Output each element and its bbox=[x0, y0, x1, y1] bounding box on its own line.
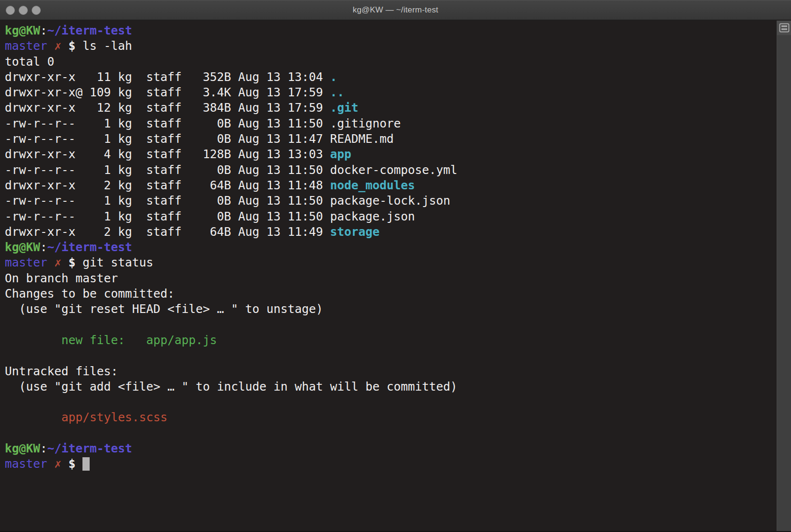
text-segment: master bbox=[5, 39, 47, 53]
terminal-line: drwxr-xr-x 11 kg staff 352B Aug 13 13:04… bbox=[5, 69, 777, 85]
terminal-line: total 0 bbox=[5, 54, 777, 69]
terminal-line: -rw-r--r-- 1 kg staff 0B Aug 13 11:50 pa… bbox=[5, 193, 777, 208]
terminal-line: Untracked files: bbox=[5, 364, 777, 379]
split-pane-icon bbox=[779, 23, 790, 33]
text-segment: master bbox=[5, 255, 47, 269]
terminal-line: -rw-r--r-- 1 kg staff 0B Aug 13 11:50 pa… bbox=[5, 209, 777, 224]
text-segment: app/styles.scss bbox=[5, 410, 167, 424]
terminal-line: -rw-r--r-- 1 kg staff 0B Aug 13 11:50 .g… bbox=[5, 116, 777, 131]
text-segment: $ bbox=[69, 255, 76, 269]
text-segment: $ bbox=[69, 39, 76, 53]
text-segment: .git bbox=[330, 101, 359, 115]
terminal-line: -rw-r--r-- 1 kg staff 0B Aug 13 11:50 do… bbox=[5, 162, 777, 178]
text-segment bbox=[47, 457, 55, 471]
text-segment: -rw-r--r-- 1 kg staff 0B Aug 13 11:50 .g… bbox=[5, 116, 401, 130]
terminal-line: kg@KW:~/iterm-test bbox=[5, 441, 777, 456]
text-segment bbox=[61, 457, 69, 471]
text-segment: drwxr-xr-x 11 kg staff 352B Aug 13 13:04 bbox=[5, 70, 330, 84]
text-segment: Changes to be committed: bbox=[5, 287, 174, 301]
text-segment: Untracked files: bbox=[5, 364, 118, 378]
window-title: kg@KW — ~/iterm-test bbox=[353, 5, 439, 15]
text-segment bbox=[47, 255, 55, 269]
terminal-line: (use "git add <file> … " to include in w… bbox=[5, 379, 777, 394]
terminal-line bbox=[5, 426, 777, 441]
text-segment: node_modules bbox=[330, 178, 415, 192]
terminal-line bbox=[5, 394, 777, 410]
text-segment: ✗ bbox=[54, 255, 61, 269]
terminal-line: -rw-r--r-- 1 kg staff 0B Aug 13 11:47 RE… bbox=[5, 131, 777, 147]
terminal-line bbox=[5, 317, 777, 333]
terminal-line: master ✗ $ bbox=[5, 456, 777, 472]
text-segment: drwxr-xr-x@ 109 kg staff 3.4K Aug 13 17:… bbox=[5, 85, 330, 99]
terminal-window: kg@KW — ~/iterm-test kg@KW:~/iterm-testm… bbox=[0, 0, 791, 532]
text-segment bbox=[61, 39, 69, 53]
text-segment: drwxr-xr-x 2 kg staff 64B Aug 13 11:49 bbox=[5, 225, 330, 239]
terminal-screen[interactable]: kg@KW:~/iterm-testmaster ✗ $ ls -lahtota… bbox=[0, 21, 777, 531]
text-segment: drwxr-xr-x 12 kg staff 384B Aug 13 17:59 bbox=[5, 101, 330, 115]
terminal-line: kg@KW:~/iterm-test bbox=[5, 23, 777, 38]
text-segment: -rw-r--r-- 1 kg staff 0B Aug 13 11:50 pa… bbox=[5, 194, 450, 208]
text-segment: git status bbox=[76, 255, 153, 269]
text-segment: -rw-r--r-- 1 kg staff 0B Aug 13 11:50 do… bbox=[5, 163, 457, 177]
text-segment: ~/iterm-test bbox=[47, 23, 132, 37]
text-segment bbox=[61, 255, 69, 269]
terminal-line: drwxr-xr-x@ 109 kg staff 3.4K Aug 13 17:… bbox=[5, 85, 777, 100]
terminal-line: On branch master bbox=[5, 271, 777, 286]
text-segment: master bbox=[5, 457, 47, 471]
terminal-line: new file: app/app.js bbox=[5, 333, 777, 348]
text-segment: kg@KW bbox=[5, 441, 40, 455]
scrollbar-button[interactable] bbox=[777, 21, 791, 35]
terminal-line: kg@KW:~/iterm-test bbox=[5, 240, 777, 255]
text-segment: . bbox=[330, 70, 337, 84]
terminal-line: drwxr-xr-x 12 kg staff 384B Aug 13 17:59… bbox=[5, 100, 777, 116]
terminal-line: master ✗ $ ls -lah bbox=[5, 38, 777, 54]
text-segment bbox=[76, 457, 83, 471]
minimize-button[interactable] bbox=[19, 6, 28, 15]
terminal-line bbox=[5, 348, 777, 363]
text-segment: drwxr-xr-x 2 kg staff 64B Aug 13 11:48 bbox=[5, 178, 330, 192]
text-segment: app bbox=[330, 147, 351, 161]
text-segment: -rw-r--r-- 1 kg staff 0B Aug 13 11:47 RE… bbox=[5, 132, 394, 146]
text-segment: ✗ bbox=[54, 39, 61, 53]
terminal-line: (use "git reset HEAD <file> … " to unsta… bbox=[5, 301, 777, 317]
text-segment: : bbox=[40, 23, 47, 37]
scrollbar[interactable] bbox=[777, 21, 791, 531]
text-segment: -rw-r--r-- 1 kg staff 0B Aug 13 11:50 pa… bbox=[5, 209, 415, 223]
text-segment: ~/iterm-test bbox=[47, 441, 132, 455]
text-segment: : bbox=[40, 441, 47, 455]
text-segment: kg@KW bbox=[5, 240, 40, 254]
text-segment: ~/iterm-test bbox=[47, 240, 132, 254]
text-segment: ✗ bbox=[54, 457, 61, 471]
text-segment bbox=[47, 39, 55, 53]
traffic-lights bbox=[6, 0, 41, 20]
text-segment: : bbox=[40, 240, 47, 254]
text-segment: storage bbox=[330, 225, 380, 239]
text-segment: new file: app/app.js bbox=[5, 333, 217, 347]
text-segment: $ bbox=[69, 457, 76, 471]
text-segment: kg@KW bbox=[5, 23, 40, 37]
terminal-line: Changes to be committed: bbox=[5, 286, 777, 301]
terminal-line: drwxr-xr-x 2 kg staff 64B Aug 13 11:48 n… bbox=[5, 178, 777, 193]
text-segment: .. bbox=[330, 85, 345, 99]
zoom-button[interactable] bbox=[32, 6, 41, 15]
text-segment: On branch master bbox=[5, 271, 118, 285]
text-segment: drwxr-xr-x 4 kg staff 128B Aug 13 13:03 bbox=[5, 147, 330, 161]
close-button[interactable] bbox=[6, 6, 15, 15]
window-titlebar[interactable]: kg@KW — ~/iterm-test bbox=[0, 0, 791, 20]
text-segment: total 0 bbox=[5, 55, 54, 69]
terminal-line: drwxr-xr-x 2 kg staff 64B Aug 13 11:49 s… bbox=[5, 224, 777, 240]
terminal-line: drwxr-xr-x 4 kg staff 128B Aug 13 13:03 … bbox=[5, 147, 777, 162]
terminal-cursor bbox=[82, 457, 90, 471]
text-segment: (use "git reset HEAD <file> … " to unsta… bbox=[5, 302, 323, 316]
terminal-line: master ✗ $ git status bbox=[5, 255, 777, 270]
terminal-line: app/styles.scss bbox=[5, 410, 777, 425]
text-segment: (use "git add <file> … " to include in w… bbox=[5, 380, 457, 393]
text-segment: ls -lah bbox=[76, 39, 132, 53]
